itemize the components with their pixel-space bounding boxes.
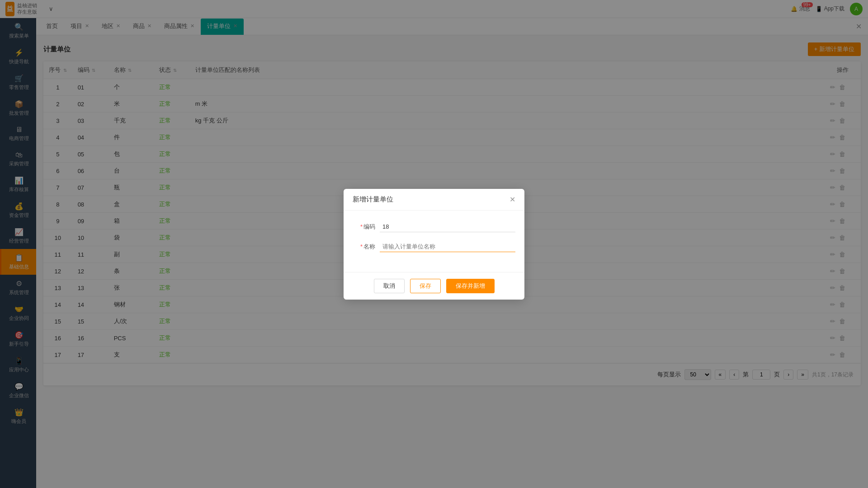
code-label: *编码 [353, 223, 380, 231]
code-input[interactable] [380, 221, 515, 232]
modal-dialog: 新增计量单位 ✕ *编码 *名称 取消 保存 保存并新增 [344, 189, 524, 300]
form-row-code: *编码 [353, 221, 515, 232]
name-input[interactable] [380, 241, 515, 252]
modal-title: 新增计量单位 [353, 195, 393, 204]
modal-footer: 取消 保存 保存并新增 [344, 272, 524, 300]
save-button[interactable]: 保存 [410, 279, 441, 293]
form-row-name: *名称 [353, 241, 515, 252]
cancel-button[interactable]: 取消 [374, 279, 405, 293]
modal-body: *编码 *名称 [344, 211, 524, 272]
save-and-new-button[interactable]: 保存并新增 [446, 279, 495, 293]
name-label: *名称 [353, 243, 380, 251]
modal-header: 新增计量单位 ✕ [344, 189, 524, 211]
modal-overlay[interactable]: 新增计量单位 ✕ *编码 *名称 取消 保存 保存并新增 [0, 0, 868, 488]
modal-close-button[interactable]: ✕ [509, 195, 515, 204]
